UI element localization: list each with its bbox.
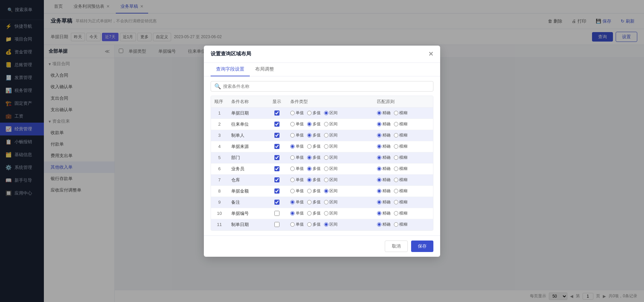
match-fuzzy-option[interactable]: 模糊 (394, 210, 407, 216)
match-fuzzy-radio[interactable] (394, 211, 398, 216)
type-multi-radio[interactable] (307, 200, 312, 204)
cell-type[interactable]: 单值 多值 区间 (287, 107, 373, 119)
match-exact-radio[interactable] (377, 133, 381, 137)
cell-match[interactable]: 精确 模糊 (374, 197, 433, 208)
type-single-option[interactable]: 单值 (290, 210, 304, 216)
type-multi-option[interactable]: 多值 (307, 177, 321, 183)
type-single-option[interactable]: 单值 (290, 155, 304, 160)
type-multi-radio[interactable] (307, 155, 312, 160)
match-exact-radio[interactable] (377, 144, 381, 149)
type-multi-option[interactable]: 多值 (307, 121, 321, 127)
cell-match[interactable]: 精确 模糊 (374, 152, 433, 163)
match-exact-option[interactable]: 精确 (377, 188, 391, 194)
match-fuzzy-option[interactable]: 模糊 (394, 121, 407, 127)
match-exact-option[interactable]: 精确 (377, 210, 391, 216)
cell-type[interactable]: 单值 多值 区间 (287, 130, 373, 141)
match-fuzzy-option[interactable]: 模糊 (394, 199, 407, 205)
type-single-option[interactable]: 单值 (290, 132, 304, 138)
match-fuzzy-option[interactable]: 模糊 (394, 155, 407, 160)
type-single-radio[interactable] (290, 222, 295, 227)
display-checkbox[interactable] (274, 222, 279, 227)
type-single-option[interactable]: 单值 (290, 222, 304, 227)
type-multi-option[interactable]: 多值 (307, 166, 321, 172)
cell-type[interactable]: 单值 多值 区间 (287, 185, 373, 197)
match-fuzzy-option[interactable]: 模糊 (394, 177, 407, 183)
type-range-option[interactable]: 区间 (324, 188, 338, 194)
match-exact-radio[interactable] (377, 178, 381, 182)
type-multi-option[interactable]: 多值 (307, 132, 321, 138)
type-range-option[interactable]: 区间 (324, 144, 338, 149)
match-exact-radio[interactable] (377, 111, 381, 115)
cell-display[interactable] (267, 197, 287, 208)
type-range-option[interactable]: 区间 (324, 121, 338, 127)
match-exact-option[interactable]: 精确 (377, 222, 391, 227)
type-range-option[interactable]: 区间 (324, 199, 338, 205)
type-single-radio[interactable] (290, 133, 295, 137)
tab-layout[interactable]: 布局调整 (250, 63, 279, 76)
type-range-option[interactable]: 区间 (324, 132, 338, 138)
match-exact-option[interactable]: 精确 (377, 177, 391, 183)
type-range-option[interactable]: 区间 (324, 210, 338, 216)
type-range-radio[interactable] (324, 189, 328, 193)
match-fuzzy-radio[interactable] (394, 200, 398, 204)
type-single-radio[interactable] (290, 178, 295, 182)
cell-match[interactable]: 精确 模糊 (374, 219, 433, 230)
display-checkbox[interactable] (274, 144, 279, 149)
cell-match[interactable]: 精确 模糊 (374, 130, 433, 141)
type-range-radio[interactable] (324, 144, 328, 149)
display-checkbox[interactable] (274, 211, 279, 216)
type-multi-radio[interactable] (307, 211, 312, 216)
type-multi-radio[interactable] (307, 144, 312, 149)
type-range-option[interactable]: 区间 (324, 222, 338, 227)
cell-display[interactable] (267, 107, 287, 119)
display-checkbox[interactable] (274, 155, 279, 160)
match-exact-radio[interactable] (377, 211, 381, 216)
display-checkbox[interactable] (274, 122, 279, 127)
type-single-radio[interactable] (290, 111, 295, 115)
type-range-radio[interactable] (324, 211, 328, 216)
match-fuzzy-option[interactable]: 模糊 (394, 166, 407, 172)
type-multi-radio[interactable] (307, 189, 312, 193)
type-single-radio[interactable] (290, 200, 295, 204)
type-range-radio[interactable] (324, 122, 328, 126)
match-fuzzy-option[interactable]: 模糊 (394, 144, 407, 149)
type-multi-option[interactable]: 多值 (307, 222, 321, 227)
match-fuzzy-radio[interactable] (394, 222, 398, 227)
match-fuzzy-radio[interactable] (394, 111, 398, 115)
cell-display[interactable] (267, 219, 287, 230)
type-range-option[interactable]: 区间 (324, 110, 338, 116)
type-single-option[interactable]: 单值 (290, 144, 304, 149)
match-fuzzy-radio[interactable] (394, 122, 398, 126)
type-multi-radio[interactable] (307, 111, 312, 115)
match-fuzzy-radio[interactable] (394, 144, 398, 149)
type-multi-radio[interactable] (307, 178, 312, 182)
match-exact-radio[interactable] (377, 122, 381, 126)
display-checkbox[interactable] (274, 110, 279, 116)
type-range-radio[interactable] (324, 167, 328, 171)
match-exact-radio[interactable] (377, 155, 381, 160)
cell-type[interactable]: 单值 多值 区间 (287, 141, 373, 152)
match-fuzzy-radio[interactable] (394, 178, 398, 182)
cell-display[interactable] (267, 185, 287, 197)
type-range-radio[interactable] (324, 200, 328, 204)
cell-display[interactable] (267, 152, 287, 163)
display-checkbox[interactable] (274, 133, 279, 138)
type-multi-radio[interactable] (307, 222, 312, 227)
match-fuzzy-radio[interactable] (394, 167, 398, 171)
type-single-option[interactable]: 单值 (290, 177, 304, 183)
type-multi-option[interactable]: 多值 (307, 188, 321, 194)
match-fuzzy-option[interactable]: 模糊 (394, 110, 407, 116)
cell-type[interactable]: 单值 多值 区间 (287, 152, 373, 163)
modal-search-input[interactable] (223, 84, 430, 89)
match-fuzzy-option[interactable]: 模糊 (394, 132, 407, 138)
display-checkbox[interactable] (274, 200, 279, 205)
cell-display[interactable] (267, 119, 287, 130)
type-single-radio[interactable] (290, 167, 295, 171)
type-range-option[interactable]: 区间 (324, 155, 338, 160)
type-single-radio[interactable] (290, 189, 295, 193)
type-single-radio[interactable] (290, 211, 295, 216)
cell-match[interactable]: 精确 模糊 (374, 107, 433, 119)
match-exact-option[interactable]: 精确 (377, 155, 391, 160)
modal-close-button[interactable]: ✕ (428, 50, 433, 58)
type-range-option[interactable]: 区间 (324, 166, 338, 172)
